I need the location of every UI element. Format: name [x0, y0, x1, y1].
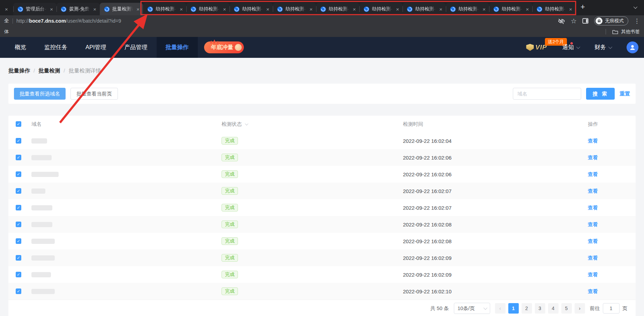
browser-tab-active[interactable]: 批量检测详情 ×	[100, 3, 143, 15]
tab-close-icon[interactable]: ×	[482, 6, 486, 13]
year-end-promo-banner[interactable]: 年底冲量	[204, 41, 244, 53]
other-bookmarks-button[interactable]: 其他书签	[621, 29, 640, 35]
browser-tab[interactable]: 劫持检测-域 ×	[403, 3, 446, 15]
tab-search-chevron-icon[interactable]	[626, 4, 644, 11]
page-button-4[interactable]: 4	[548, 303, 559, 314]
tab-close-icon[interactable]: ×	[92, 6, 97, 13]
eye-off-icon[interactable]	[558, 17, 565, 25]
page-button-5[interactable]: 5	[561, 303, 572, 314]
column-header-action: 操作	[585, 121, 636, 128]
folder-icon	[612, 29, 618, 34]
browser-tab-clipped[interactable]: ×	[1, 3, 13, 15]
tab-close-icon[interactable]: ×	[179, 6, 184, 13]
browser-tab-strip: × 管理后台-B × 拨测-免费的 × 批量检测详情 × 劫持检测-域	[0, 0, 644, 15]
tab-close-icon[interactable]: ×	[395, 6, 400, 13]
side-panel-icon[interactable]	[582, 18, 589, 24]
view-link[interactable]: 查看	[588, 255, 598, 261]
tab-close-icon[interactable]: ×	[352, 6, 357, 13]
column-header-status[interactable]: 检测状态	[219, 121, 400, 128]
page-size-select[interactable]: 10条/页	[454, 303, 490, 314]
browser-chrome: × 管理后台-B × 拨测-免费的 × 批量检测详情 × 劫持检测-域	[0, 0, 644, 37]
row-checkbox[interactable]: ✓	[16, 238, 21, 244]
browser-tab[interactable]: 劫持检测-域 ×	[230, 3, 273, 15]
browser-tab[interactable]: 劫持检测-域 ×	[532, 3, 576, 15]
select-all-checkbox[interactable]: ✓	[16, 121, 21, 127]
browser-tab[interactable]: 劫持检测-域 ×	[143, 3, 186, 15]
tab-close-icon[interactable]: ×	[265, 6, 270, 13]
user-avatar[interactable]	[627, 41, 638, 53]
detect-time: 2022-09-22 16:02:04	[400, 138, 585, 144]
view-link[interactable]: 查看	[588, 221, 598, 228]
tab-close-icon[interactable]: ×	[439, 6, 443, 13]
bookmark-item-clipped[interactable]: 体	[4, 29, 9, 35]
row-checkbox[interactable]: ✓	[16, 272, 21, 277]
url-path: /user/#/batch/detail?id=9	[66, 18, 121, 24]
row-checkbox[interactable]: ✓	[16, 155, 21, 160]
view-link[interactable]: 查看	[588, 205, 598, 211]
page-button-1[interactable]: 1	[508, 303, 519, 314]
browser-tab[interactable]: 劫持检测-域 ×	[186, 3, 230, 15]
page-button-2[interactable]: 2	[522, 303, 532, 314]
browser-tab[interactable]: 劫持检测-域 ×	[489, 3, 532, 15]
row-checkbox[interactable]: ✓	[16, 222, 21, 227]
row-checkbox[interactable]: ✓	[16, 288, 21, 294]
new-tab-button[interactable]: +	[576, 2, 590, 14]
boce-logo-icon	[277, 6, 283, 12]
row-checkbox[interactable]: ✓	[16, 138, 21, 144]
tab-close-icon[interactable]: ×	[309, 6, 313, 13]
page-button-3[interactable]: 3	[535, 303, 545, 314]
row-checkbox[interactable]: ✓	[16, 171, 21, 177]
view-link[interactable]: 查看	[588, 288, 598, 295]
view-link[interactable]: 查看	[588, 188, 598, 194]
tab-close-icon[interactable]: ×	[4, 6, 9, 13]
finance-menu[interactable]: 财务	[594, 44, 611, 51]
nav-item-api-management[interactable]: API管理	[76, 37, 115, 58]
row-checkbox[interactable]: ✓	[16, 188, 21, 194]
tab-close-icon[interactable]: ×	[568, 6, 573, 13]
notifications-menu[interactable]: 通知	[562, 44, 579, 51]
nav-item-monitor-tasks[interactable]: 监控任务	[35, 37, 76, 58]
view-selected-domains-button[interactable]: 批量查看所选域名	[14, 88, 66, 100]
breadcrumb-batch-detect[interactable]: 批量检测	[38, 67, 60, 75]
search-button[interactable]: 搜 索	[586, 88, 615, 100]
domain-search-input[interactable]	[513, 88, 581, 100]
next-page-button[interactable]: ›	[575, 303, 585, 314]
vip-badge[interactable]: VIP 送2个月	[526, 44, 547, 51]
breadcrumb-batch-operations[interactable]: 批量操作	[8, 67, 30, 75]
nav-item-batch-operations[interactable]: 批量操作	[157, 37, 198, 58]
browser-tab[interactable]: 劫持检测-域 ×	[273, 3, 316, 15]
site-info-icon[interactable]: 全	[4, 18, 9, 24]
tab-close-icon[interactable]: ×	[525, 6, 530, 13]
redacted-domain	[31, 188, 45, 194]
view-link[interactable]: 查看	[588, 238, 598, 245]
browser-tab[interactable]: 拨测-免费的 ×	[57, 3, 100, 15]
view-link[interactable]: 查看	[588, 154, 598, 161]
tab-close-icon[interactable]: ×	[136, 6, 140, 13]
table-row: ✓ 完成 2022-09-22 16:02:07 查看	[8, 183, 636, 199]
status-badge: 完成	[222, 287, 238, 295]
row-checkbox[interactable]: ✓	[16, 255, 21, 261]
browser-tab[interactable]: 劫持检测-域 ×	[359, 3, 403, 15]
row-checkbox[interactable]: ✓	[16, 205, 21, 210]
bookmark-star-icon[interactable]: ☆	[571, 17, 577, 25]
nav-item-overview[interactable]: 概览	[6, 37, 35, 58]
status-badge: 完成	[222, 137, 238, 145]
view-current-page-button[interactable]: 批量查看当前页	[70, 88, 118, 100]
tab-close-icon[interactable]: ×	[222, 6, 227, 13]
prev-page-button[interactable]: ‹	[495, 303, 506, 314]
view-link[interactable]: 查看	[588, 271, 598, 278]
browser-tab[interactable]: 劫持检测-域 ×	[446, 3, 489, 15]
nav-item-product-management[interactable]: 产品管理	[115, 37, 157, 58]
url-field[interactable]: http://boce7.dns.com/user/#/batch/detail…	[16, 18, 554, 24]
view-link[interactable]: 查看	[588, 171, 598, 178]
status-badge: 完成	[222, 271, 238, 278]
browser-tab[interactable]: 劫持检测-域 ×	[316, 3, 359, 15]
goto-page-input[interactable]	[603, 303, 620, 314]
boce-logo-icon	[104, 6, 110, 12]
tab-close-icon[interactable]: ×	[49, 6, 54, 13]
view-link[interactable]: 查看	[588, 138, 598, 144]
browser-menu-icon[interactable]: ⋮	[634, 17, 640, 25]
tab-title: 拨测-免费的	[69, 6, 90, 12]
browser-tab[interactable]: 管理后台-B ×	[13, 3, 57, 15]
reset-button[interactable]: 重置	[620, 91, 630, 97]
